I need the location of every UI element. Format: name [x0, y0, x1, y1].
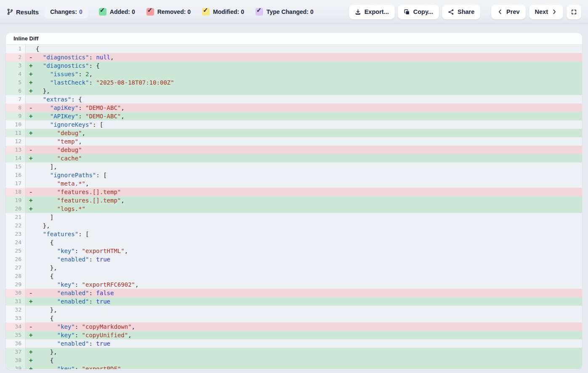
diff-sign: - — [26, 104, 36, 112]
code-text: "logs.*" — [36, 205, 582, 213]
diff-sign — [26, 45, 36, 53]
line-number: 17 — [6, 179, 26, 188]
diff-line-33: 33 { — [6, 314, 582, 322]
checkbox-icon[interactable]: ✓ — [99, 8, 106, 16]
diff-sign — [26, 230, 36, 238]
checkbox-icon[interactable]: ✓ — [202, 8, 210, 16]
line-number: 23 — [6, 230, 26, 238]
diff-line-24: 24 { — [6, 238, 582, 247]
diff-line-12: 12 "temp", — [6, 137, 582, 146]
export-label: Export... — [365, 8, 389, 15]
code-text: "temp", — [36, 137, 582, 146]
diff-line-39: 39+ "key": "exportPDF", — [6, 365, 582, 369]
navigation-buttons: Prev Next — [491, 5, 581, 19]
line-number: 24 — [6, 238, 26, 247]
code-text: }, — [36, 264, 582, 272]
line-number: 30 — [6, 289, 26, 297]
code-text: "extras": { — [36, 95, 582, 104]
share-label: Share — [458, 8, 474, 15]
code-text: "diagnostics": null, — [36, 53, 582, 61]
share-button[interactable]: Share — [442, 5, 480, 19]
code-text: }, — [36, 221, 582, 230]
diff-sign: - — [26, 322, 36, 331]
code-text: "ignorePaths": [ — [36, 171, 582, 179]
diff-sign — [26, 306, 36, 314]
download-icon — [355, 9, 361, 15]
prev-label: Prev — [506, 8, 519, 15]
line-number: 6 — [6, 87, 26, 95]
diff-line-25: 25 "key": "exportHTML", — [6, 247, 582, 255]
copy-icon — [404, 9, 410, 15]
toolbar: Results Changes:0 ✓Added: 0✓Removed: 0✓M… — [0, 0, 588, 24]
diff-sign: + — [26, 78, 36, 87]
diff-line-15: 15 ], — [6, 163, 582, 171]
diff-sign: - — [26, 53, 36, 61]
diff-sign: + — [26, 205, 36, 213]
diff-sign — [26, 272, 36, 280]
filter-type-changed[interactable]: ✓Type Changed: 0 — [255, 8, 314, 16]
line-number: 9 — [6, 112, 26, 120]
fullscreen-icon — [571, 9, 577, 15]
line-number: 16 — [6, 171, 26, 179]
diff-line-2: 2- "diagnostics": null, — [6, 53, 582, 61]
diff-line-22: 22 }, — [6, 221, 582, 230]
diff-line-11: 11+ "debug", — [6, 129, 582, 137]
diff-sign — [26, 95, 36, 104]
diff-line-32: 32 }, — [6, 306, 582, 314]
diff-line-35: 35+ "key": "copyUnified", — [6, 331, 582, 339]
filter-label: Added: 0 — [110, 8, 135, 15]
filter-modified[interactable]: ✓Modified: 0 — [202, 8, 244, 16]
diff-sign — [26, 280, 36, 289]
code-text: "cache" — [36, 154, 582, 163]
code-text: "enabled": false — [36, 289, 582, 297]
diff-line-16: 16 "ignorePaths": [ — [6, 171, 582, 179]
fullscreen-button[interactable] — [567, 5, 581, 19]
line-number: 7 — [6, 95, 26, 104]
code-text: "enabled": true — [36, 255, 582, 264]
diff-line-8: 8- "apiKey": "DEMO-ABC", — [6, 104, 582, 112]
diff-sign — [26, 163, 36, 171]
checkbox-icon[interactable]: ✓ — [255, 8, 263, 16]
diff-sign: + — [26, 129, 36, 137]
diff-line-13: 13- "debug" — [6, 146, 582, 154]
line-number: 11 — [6, 129, 26, 137]
code-text: "key": "exportHTML", — [36, 247, 582, 255]
line-number: 18 — [6, 188, 26, 196]
export-button[interactable]: Export... — [349, 5, 395, 19]
code-text: "lastCheck": "2025-08-18T07:10:00Z" — [36, 78, 582, 87]
diff-sign — [26, 255, 36, 264]
line-number: 4 — [6, 70, 26, 78]
diff-line-17: 17 "meta.*", — [6, 179, 582, 188]
code-text: "enabled": true — [36, 339, 582, 348]
code-text: "issues": 2, — [36, 70, 582, 78]
diff-scroll-area[interactable]: 1{2- "diagnostics": null,3+ "diagnostics… — [6, 45, 582, 369]
line-number: 37 — [6, 348, 26, 356]
diff-line-6: 6+ }, — [6, 87, 582, 95]
changes-label: Changes: — [50, 8, 77, 15]
changes-count: 0 — [79, 8, 82, 15]
diff-line-30: 30- "enabled": false — [6, 289, 582, 297]
line-number: 2 — [6, 53, 26, 61]
line-number: 32 — [6, 306, 26, 314]
chevron-right-icon — [551, 9, 557, 15]
diff-line-26: 26 "enabled": true — [6, 255, 582, 264]
prev-button[interactable]: Prev — [491, 5, 525, 19]
checkbox-icon[interactable]: ✓ — [146, 8, 154, 16]
next-button[interactable]: Next — [529, 5, 563, 19]
copy-button[interactable]: Copy... — [398, 5, 439, 19]
filter-removed[interactable]: ✓Removed: 0 — [146, 8, 191, 16]
line-number: 25 — [6, 247, 26, 255]
diff-sign: - — [26, 289, 36, 297]
diff-line-18: 18- "features.[].temp" — [6, 188, 582, 196]
code-text: "features.[].temp" — [36, 188, 582, 196]
checkmark-icon: ✓ — [100, 6, 105, 14]
diff-sign — [26, 137, 36, 146]
line-number: 36 — [6, 339, 26, 348]
diff-sign — [26, 238, 36, 247]
filter-added[interactable]: ✓Added: 0 — [99, 8, 135, 16]
diff-sign: - — [26, 146, 36, 154]
line-number: 10 — [6, 120, 26, 129]
diff-line-23: 23 "features": [ — [6, 230, 582, 238]
checkmark-icon: ✓ — [256, 6, 262, 14]
diff-line-3: 3+ "diagnostics": { — [6, 61, 582, 70]
